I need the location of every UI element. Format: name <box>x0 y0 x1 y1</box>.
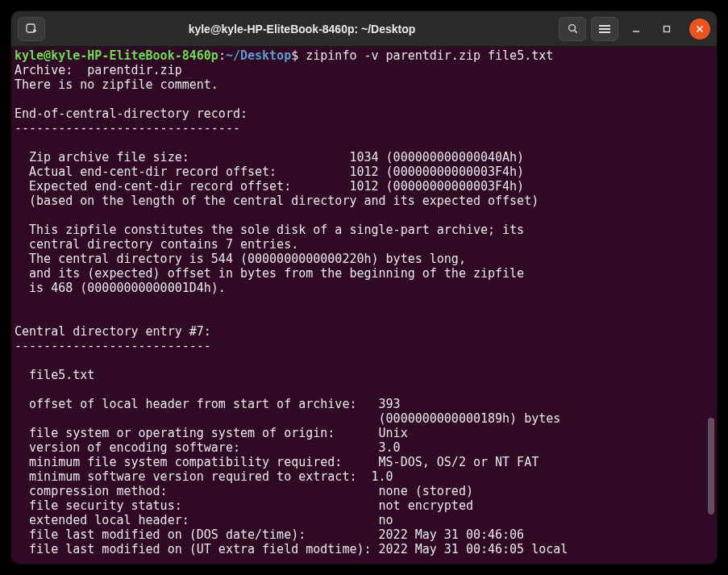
svg-line-4 <box>574 31 576 33</box>
menu-button[interactable] <box>591 17 618 41</box>
terminal-window: kyle@kyle-HP-EliteBook-8460p: ~/Desktop <box>11 11 717 564</box>
search-icon <box>567 23 579 35</box>
close-icon <box>696 25 704 33</box>
output-line: central directory contains 7 entries. <box>15 237 298 252</box>
output-line: ------------------------------- <box>15 121 240 135</box>
new-tab-button[interactable] <box>18 17 45 41</box>
svg-point-3 <box>568 25 575 31</box>
terminal-content: kyle@kyle-HP-EliteBook-8460p:~/Desktop$ … <box>13 48 715 556</box>
prompt-path: ~/Desktop <box>226 48 291 63</box>
output-line: This zipfile constitutes the sole disk o… <box>15 223 524 237</box>
output-line: minimum software version required to ext… <box>15 469 393 484</box>
titlebar-right <box>559 17 710 41</box>
output-line: --------------------------- <box>15 339 211 353</box>
search-button[interactable] <box>559 17 586 41</box>
command-text: zipinfo -v parentdir.zip file5.txt <box>306 48 553 63</box>
output-line: minimum file system compatibility requir… <box>15 455 539 469</box>
minimize-icon <box>631 24 641 34</box>
output-line: version of encoding software: 3.0 <box>15 440 401 455</box>
output-line: The central directory is 544 (0000000000… <box>15 252 466 266</box>
output-line: End-of-central-directory record: <box>15 106 248 121</box>
output-line: (based on the length of the central dire… <box>15 194 539 208</box>
output-line: extended local header: no <box>15 513 393 527</box>
output-line: There is no zipfile comment. <box>15 77 218 92</box>
terminal-area[interactable]: kyle@kyle-HP-EliteBook-8460p:~/Desktop$ … <box>11 47 717 564</box>
maximize-icon <box>662 24 672 34</box>
prompt-dollar: $ <box>291 48 306 63</box>
scrollbar[interactable] <box>707 47 715 564</box>
output-line: offset of local header from start of arc… <box>15 397 401 411</box>
output-line: file system or operating system of origi… <box>15 426 408 440</box>
output-line: file last modified on (UT extra field mo… <box>15 542 568 556</box>
output-line: Zip archive file size: 1034 (00000000000… <box>15 150 524 165</box>
window-title: kyle@kyle-HP-EliteBook-8460p: ~/Desktop <box>52 23 552 35</box>
scroll-thumb[interactable] <box>708 418 714 515</box>
new-tab-icon <box>25 23 38 35</box>
output-line: compression method: none (stored) <box>15 484 473 498</box>
output-line: file5.txt <box>15 368 94 382</box>
output-line: (0000000000000189h) bytes <box>15 411 560 426</box>
titlebar: kyle@kyle-HP-EliteBook-8460p: ~/Desktop <box>11 11 717 47</box>
maximize-button[interactable] <box>654 17 680 41</box>
hamburger-icon <box>599 25 610 27</box>
prompt-colon: : <box>218 48 226 63</box>
output-line: and its (expected) offset in bytes from … <box>15 266 524 281</box>
output-line: Central directory entry #7: <box>15 324 211 339</box>
output-line: Actual end-cent-dir record offset: 1012 … <box>15 165 524 179</box>
close-button[interactable] <box>689 19 710 40</box>
svg-rect-6 <box>664 26 670 31</box>
minimize-button[interactable] <box>623 17 649 41</box>
output-line: Archive: parentdir.zip <box>15 63 182 77</box>
prompt-user-host: kyle@kyle-HP-EliteBook-8460p <box>15 48 218 63</box>
output-line: Expected end-cent-dir record offset: 101… <box>15 179 524 194</box>
output-line: file last modified on (DOS date/time): 2… <box>15 527 524 542</box>
output-line: file security status: not encrypted <box>15 498 473 513</box>
output-line: is 468 (00000000000001D4h). <box>15 281 226 295</box>
